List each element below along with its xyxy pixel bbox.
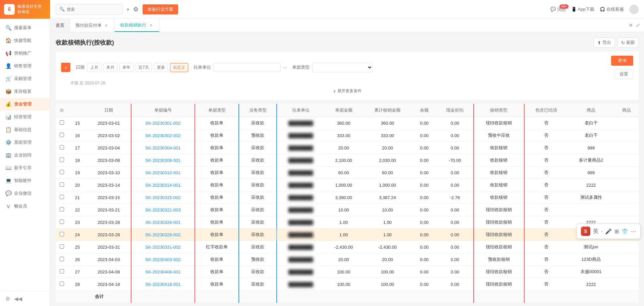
tab-collection[interactable]: 收款核销执行 × [115, 19, 159, 32]
cell-checkbox[interactable] [56, 129, 68, 142]
tab-close-all-icon[interactable]: ✕ [629, 22, 633, 28]
cell-checkbox[interactable] [56, 142, 68, 154]
cell-checkbox[interactable] [56, 117, 68, 129]
ime-text-icon[interactable]: 英 [593, 228, 598, 235]
filter-more-dots[interactable]: ··· [283, 65, 287, 70]
tab-home[interactable]: 首页 [50, 19, 70, 32]
th-bill-no[interactable]: 单据编号 [131, 104, 195, 117]
cell-checkbox[interactable] [56, 253, 68, 266]
th-cash-discount[interactable]: 现金折扣 [436, 104, 474, 117]
cell-checkbox[interactable] [56, 266, 68, 278]
bill-no-link[interactable]: SK-20230302-002 [145, 133, 181, 138]
bill-no-link[interactable]: SK-20230321-003 [145, 207, 181, 212]
tab-collection-close[interactable]: × [148, 22, 154, 28]
sidebar-item-system[interactable]: ⚙️ 系统管理 [0, 136, 50, 149]
filter-date-more[interactable]: 更多 [154, 63, 168, 72]
row-checkbox[interactable] [60, 120, 64, 125]
row-checkbox[interactable] [60, 195, 64, 199]
ime-grid-icon[interactable]: ⊞ [614, 228, 619, 235]
filter-date-this-year[interactable]: 本年 [119, 63, 133, 72]
sidebar-item-basic[interactable]: 📋 基础信息 [0, 123, 50, 136]
bill-no-link[interactable]: SK-20230308-001 [145, 158, 181, 163]
row-checkbox[interactable] [60, 282, 64, 286]
cell-checkbox[interactable] [56, 179, 68, 191]
sidebar-item-corp[interactable]: 🏢 企业协同 [0, 149, 50, 162]
ime-dot-icon[interactable]: · [601, 228, 602, 234]
cell-checkbox[interactable] [56, 191, 68, 204]
user-avatar[interactable] [629, 5, 639, 14]
bill-no-link[interactable]: SK-20230328-002 [145, 232, 181, 237]
th-partner[interactable]: 往来单位 [277, 104, 325, 117]
th-product2[interactable]: 商品 [614, 104, 639, 117]
row-checkbox[interactable] [60, 158, 64, 162]
export-button[interactable]: ⬆ 导出 [594, 38, 615, 48]
cell-checkbox[interactable] [56, 229, 68, 241]
row-checkbox[interactable] [60, 269, 64, 273]
sidebar-item-marketing[interactable]: 📢 营销推广 [0, 47, 50, 60]
row-checkbox[interactable] [60, 220, 64, 224]
th-cumulative-offset[interactable]: 累计核销金额 [363, 104, 412, 117]
industry-solution-button[interactable]: 体验行业方案 [143, 4, 178, 14]
filter-date-last-month[interactable]: 上月 [87, 63, 101, 72]
bill-no-link[interactable]: SK-20230418-001 [145, 282, 181, 287]
notice-button[interactable]: 💬 消息 99+ [550, 6, 566, 12]
search-input[interactable] [67, 7, 119, 12]
bill-no-link[interactable]: SK-20230331-002 [145, 245, 181, 250]
sidebar-item-hardware[interactable]: 💻 智能硬件 [0, 174, 50, 187]
cell-checkbox[interactable] [56, 241, 68, 253]
refresh-button[interactable]: ↻ 刷新 [618, 38, 639, 48]
filter-bill-type-select[interactable] [312, 63, 373, 72]
bill-no-link[interactable]: SK-20230301-002 [145, 121, 181, 126]
sidebar-item-member[interactable]: V 畅会员 [0, 200, 50, 212]
bill-no-link[interactable]: SK-20230315-002 [145, 195, 181, 200]
sidebar-item-sales[interactable]: 👤 销售管理 [0, 60, 50, 72]
sidebar-item-quicknav[interactable]: 🏠 快捷导航 [0, 34, 50, 47]
sidebar-item-purchase[interactable]: 🛒 采购管理 [0, 72, 50, 85]
row-checkbox[interactable] [60, 145, 64, 149]
query-button[interactable]: 查询 [611, 56, 633, 66]
cell-checkbox[interactable] [56, 204, 68, 216]
th-bill-type[interactable]: 单据类型 [195, 104, 239, 117]
tab-expand-icon[interactable]: ⤢ [636, 22, 640, 28]
bill-no-link[interactable]: SK-20230328-001 [145, 220, 181, 225]
search-box[interactable]: 🔍 [56, 4, 123, 15]
cell-checkbox[interactable] [56, 278, 68, 291]
sidebar-item-inventory[interactable]: 📦 库存核算 [0, 85, 50, 98]
settings-gear-icon[interactable]: ⚙ [133, 6, 139, 13]
filter-date-custom[interactable]: 自定义 [170, 63, 188, 72]
expand-more-conditions[interactable]: ∨ 展开更多条件 [61, 86, 633, 96]
th-bill-amount[interactable]: 单据金额 [325, 104, 363, 117]
collapse-icon[interactable]: ◀◀ [14, 296, 22, 302]
column-settings-icon[interactable]: ⚙ [60, 108, 64, 113]
tab-prepay-close[interactable]: × [104, 23, 109, 28]
bill-no-link[interactable]: SK-20230408-001 [145, 269, 181, 274]
bill-no-link[interactable]: SK-20230314-001 [145, 183, 181, 188]
bill-no-link[interactable]: SK-20230403-002 [145, 257, 181, 262]
sidebar-item-wechat[interactable]: 💬 企业微信 [0, 187, 50, 200]
bill-no-link[interactable]: SK-20230304-001 [145, 145, 181, 150]
app-download-button[interactable]: 📱 App下载 [571, 6, 594, 12]
ime-more-icon[interactable]: ⋯ [631, 228, 636, 235]
th-balance[interactable]: 余额 [412, 104, 436, 117]
filter-date-7days[interactable]: 近7天 [136, 63, 152, 72]
cell-checkbox[interactable] [56, 216, 68, 229]
ime-mic-icon[interactable]: 🎤 [605, 228, 612, 235]
th-offset-type[interactable]: 核销类型 [474, 104, 524, 117]
filter-date-this-month[interactable]: 本月 [103, 63, 117, 72]
row-checkbox[interactable] [60, 244, 64, 249]
tab-prepay[interactable]: 预付款应付单 × [70, 19, 115, 32]
ime-shirt-icon[interactable]: 👕 [622, 228, 628, 235]
sidebar-item-search[interactable]: 🔍 搜索菜单 [0, 21, 50, 34]
row-checkbox[interactable] [60, 207, 64, 211]
bill-no-link[interactable]: SK-20230310-001 [145, 170, 181, 175]
th-settings[interactable]: ⚙ [56, 104, 68, 117]
sidebar-item-newbie[interactable]: 📖 新手引导 [0, 162, 50, 174]
th-biz-type[interactable]: 业务类型 [239, 104, 277, 117]
th-date[interactable]: 日期 [87, 104, 131, 117]
row-checkbox[interactable] [60, 170, 64, 174]
sidebar-item-operations[interactable]: 📊 经营管理 [0, 111, 50, 123]
settings-bottom-icon[interactable]: ⚙ [5, 296, 10, 302]
row-checkbox[interactable] [60, 133, 64, 137]
th-product[interactable]: 商品 [568, 104, 614, 117]
search-chevron-icon[interactable]: ▾ [127, 7, 129, 12]
